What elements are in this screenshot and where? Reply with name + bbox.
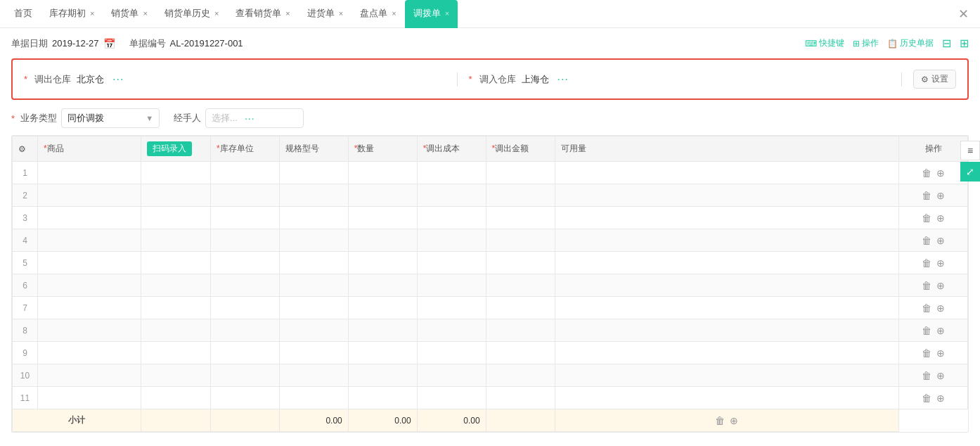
delete-icon[interactable]: 🗑: [920, 348, 933, 359]
out-warehouse-dots[interactable]: ···: [110, 73, 127, 86]
tab-sales-order[interactable]: 销货单×: [103, 0, 155, 28]
tab-sales-history[interactable]: 销货单历史×: [156, 0, 227, 28]
row-unit[interactable]: [210, 387, 279, 409]
row-product[interactable]: [38, 387, 141, 409]
row-spec[interactable]: [279, 364, 348, 387]
row-amount[interactable]: [486, 207, 555, 229]
row-cost[interactable]: [417, 229, 486, 252]
row-cost[interactable]: [417, 364, 486, 387]
delete-icon[interactable]: 🗑: [920, 167, 933, 179]
row-spec[interactable]: [279, 342, 348, 364]
row-cost[interactable]: [417, 207, 486, 229]
tab-close-sales-order[interactable]: ×: [143, 9, 147, 18]
tab-view-sales[interactable]: 查看销货单×: [227, 0, 298, 28]
row-unit[interactable]: [210, 364, 279, 387]
row-spec[interactable]: [279, 229, 348, 252]
tab-close-transfer[interactable]: ×: [445, 9, 449, 18]
row-qty[interactable]: [348, 252, 417, 274]
row-unit[interactable]: [210, 274, 279, 297]
delete-icon[interactable]: 🗑: [920, 280, 933, 291]
row-qty[interactable]: [348, 229, 417, 252]
copy-icon[interactable]: ⊕: [935, 370, 946, 381]
copy-icon[interactable]: ⊕: [935, 167, 946, 179]
row-spec[interactable]: [279, 387, 348, 409]
copy-icon[interactable]: ⊕: [935, 393, 946, 404]
row-product[interactable]: [38, 297, 141, 319]
sidebar-expand-button[interactable]: ⤢: [960, 162, 980, 181]
tab-close-view-sales[interactable]: ×: [285, 9, 290, 18]
tab-close-sales-history[interactable]: ×: [214, 9, 219, 18]
in-warehouse-dots[interactable]: ···: [555, 73, 572, 86]
th-gear[interactable]: ⚙: [13, 136, 38, 162]
row-spec[interactable]: [279, 274, 348, 297]
row-product[interactable]: [38, 364, 141, 387]
copy-icon[interactable]: ⊕: [935, 280, 946, 291]
row-amount[interactable]: [486, 364, 555, 387]
row-spec[interactable]: [279, 319, 348, 342]
row-product[interactable]: [38, 207, 141, 229]
row-unit[interactable]: [210, 162, 279, 184]
delete-icon[interactable]: 🗑: [920, 370, 933, 381]
copy-icon[interactable]: ⊕: [935, 302, 946, 314]
row-amount[interactable]: [486, 297, 555, 319]
tab-purchase-order[interactable]: 进货单×: [299, 0, 352, 28]
copy-icon[interactable]: ⊕: [935, 235, 946, 246]
subtotal-copy-icon[interactable]: ⊕: [728, 415, 740, 426]
row-product[interactable]: [38, 229, 141, 252]
table-layout-button[interactable]: ⊟: [942, 37, 951, 50]
row-amount[interactable]: [486, 319, 555, 342]
row-product[interactable]: [38, 252, 141, 274]
sidebar-list-button[interactable]: ≡: [960, 141, 980, 160]
delete-icon[interactable]: 🗑: [920, 325, 933, 336]
row-unit[interactable]: [210, 342, 279, 364]
row-amount[interactable]: [486, 229, 555, 252]
tab-transfer[interactable]: 调拨单×: [405, 0, 458, 28]
row-amount[interactable]: [486, 162, 555, 184]
row-amount[interactable]: [486, 184, 555, 207]
table-list-button[interactable]: ⊞: [960, 37, 969, 50]
row-cost[interactable]: [417, 387, 486, 409]
row-cost[interactable]: [417, 342, 486, 364]
tab-inventory-check[interactable]: 盘点单×: [352, 0, 404, 28]
calendar-icon[interactable]: 📅: [103, 38, 115, 49]
delete-icon[interactable]: 🗑: [920, 393, 933, 404]
copy-icon[interactable]: ⊕: [935, 190, 946, 201]
scan-button[interactable]: 扫码录入: [147, 141, 192, 156]
row-unit[interactable]: [210, 319, 279, 342]
row-qty[interactable]: [348, 319, 417, 342]
row-amount[interactable]: [486, 274, 555, 297]
row-product[interactable]: [38, 342, 141, 364]
row-product[interactable]: [38, 319, 141, 342]
business-type-select[interactable]: 同价调拨 ▼: [61, 108, 160, 128]
row-unit[interactable]: [210, 184, 279, 207]
delete-icon[interactable]: 🗑: [920, 212, 933, 224]
close-window-button[interactable]: ✕: [953, 6, 974, 22]
copy-icon[interactable]: ⊕: [935, 212, 946, 224]
settings-button[interactable]: ⚙ 设置: [913, 70, 956, 89]
row-qty[interactable]: [348, 207, 417, 229]
row-qty[interactable]: [348, 342, 417, 364]
handler-select[interactable]: 选择... ···: [205, 108, 304, 128]
row-spec[interactable]: [279, 162, 348, 184]
delete-icon[interactable]: 🗑: [920, 257, 933, 269]
row-amount[interactable]: [486, 342, 555, 364]
delete-icon[interactable]: 🗑: [920, 190, 933, 201]
tab-close-inventory-check[interactable]: ×: [392, 9, 396, 18]
row-cost[interactable]: [417, 184, 486, 207]
row-qty[interactable]: [348, 297, 417, 319]
row-cost[interactable]: [417, 162, 486, 184]
row-qty[interactable]: [348, 184, 417, 207]
row-product[interactable]: [38, 184, 141, 207]
handler-dots[interactable]: ···: [242, 113, 258, 124]
subtotal-delete-icon[interactable]: 🗑: [714, 415, 726, 426]
row-amount[interactable]: [486, 252, 555, 274]
row-cost[interactable]: [417, 252, 486, 274]
delete-icon[interactable]: 🗑: [920, 235, 933, 246]
shortcut-button[interactable]: ⌨ 快捷键: [805, 37, 844, 49]
tab-close-purchase-order[interactable]: ×: [339, 9, 343, 18]
row-unit[interactable]: [210, 252, 279, 274]
row-spec[interactable]: [279, 207, 348, 229]
row-qty[interactable]: [348, 162, 417, 184]
operations-button[interactable]: ⊞ 操作: [853, 37, 879, 49]
delete-icon[interactable]: 🗑: [920, 302, 933, 314]
